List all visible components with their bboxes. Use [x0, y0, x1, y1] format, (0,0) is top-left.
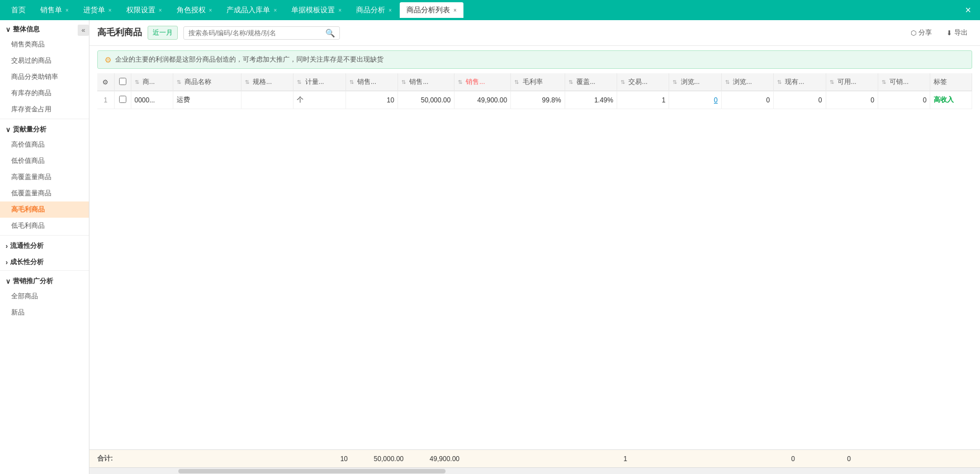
tab-commodity-analysis[interactable]: 商品分析 × — [349, 2, 399, 18]
col-unit-sort-icon: ⇅ — [297, 79, 301, 85]
col-available[interactable]: ⇅ 可用... — [826, 73, 878, 91]
search-box: 🔍 — [183, 26, 340, 40]
sidebar-item-traded-goods[interactable]: 交易过的商品 — [0, 53, 89, 69]
export-btn[interactable]: ⬇ 导出 — [942, 26, 972, 40]
table-row: 1 0000... 运费 — [97, 91, 972, 109]
tab-product-inbound-close[interactable]: × — [273, 7, 277, 13]
col-current[interactable]: ⇅ 现有... — [774, 73, 826, 91]
col-sales-profit[interactable]: ⇅ 销售... — [455, 73, 511, 91]
sidebar-item-stock-capital[interactable]: 库存资金占用 — [0, 101, 89, 118]
filter-last-month-btn[interactable]: 近一月 — [148, 26, 178, 40]
sidebar: « ∨ 整体信息 销售类商品 交易过的商品 商品分类助销率 有库存的商品 库存资… — [0, 20, 89, 474]
col-sales-amount[interactable]: ⇅ 销售... — [398, 73, 455, 91]
tab-purchase-label: 进货单 — [83, 5, 105, 15]
sidebar-item-high-margin[interactable]: 高毛利商品 — [0, 201, 89, 218]
col-name[interactable]: ⇅ 商品名称 — [173, 73, 242, 91]
col-saleable[interactable]: ⇅ 可销... — [878, 73, 930, 91]
table-container[interactable]: ⚙ ⇅ 商... ⇅ 商品名称 — [97, 73, 972, 449]
sidebar-item-high-value[interactable]: 高价值商品 — [0, 137, 89, 153]
tab-sales-close[interactable]: × — [65, 7, 69, 13]
footer-sales-amount: 50,000.00 — [359, 455, 404, 463]
col-checkbox[interactable] — [114, 73, 131, 91]
sidebar-group-growth-arrow: › — [6, 259, 8, 266]
sidebar-group-contribution[interactable]: ∨ 贡献量分析 — [0, 120, 89, 137]
sidebar-item-low-value[interactable]: 低价值商品 — [0, 153, 89, 169]
tab-template-close[interactable]: × — [338, 7, 342, 13]
tab-role-close[interactable]: × — [209, 7, 212, 13]
tab-product-inbound[interactable]: 产成品入库单 × — [220, 2, 283, 18]
col-trade-sort-icon: ⇅ — [621, 79, 625, 85]
sidebar-group-growth[interactable]: › 成长性分析 — [0, 253, 89, 269]
col-view1-sort-icon: ⇅ — [673, 79, 677, 85]
footer-current: 0 — [750, 455, 795, 463]
col-gross-rate[interactable]: ⇅ 毛利率 — [511, 73, 565, 91]
horizontal-scrollbar[interactable] — [89, 467, 980, 474]
col-name-sort-icon: ⇅ — [177, 79, 181, 85]
sidebar-group-liquidity[interactable]: › 流通性分析 — [0, 237, 89, 253]
tab-commodity-analysis-close[interactable]: × — [389, 7, 392, 13]
footer-available: 0 — [806, 455, 851, 463]
col-tag[interactable]: 标签 — [930, 73, 972, 91]
sidebar-collapse-btn[interactable]: « — [78, 25, 89, 36]
sidebar-group-marketing[interactable]: ∨ 营销推广分析 — [0, 272, 89, 288]
sidebar-group-marketing-label: 营销推广分析 — [13, 276, 53, 286]
tab-commodity-analysis-list-close[interactable]: × — [453, 7, 457, 13]
tab-permission-close[interactable]: × — [159, 7, 162, 13]
sidebar-item-sales-goods[interactable]: 销售类商品 — [0, 36, 89, 53]
sidebar-item-category-rate[interactable]: 商品分类助销率 — [0, 69, 89, 85]
col-saleable-sort-icon: ⇅ — [882, 79, 886, 85]
sidebar-item-in-stock[interactable]: 有库存的商品 — [0, 85, 89, 101]
search-input[interactable] — [188, 29, 322, 37]
col-view1[interactable]: ⇅ 浏览... — [669, 73, 721, 91]
tab-purchase-close[interactable]: × — [108, 7, 112, 13]
cell-name: 运费 — [173, 91, 242, 109]
cell-sales-qty: 10 — [345, 91, 397, 109]
window-close-button[interactable]: × — [960, 4, 976, 16]
tab-sales[interactable]: 销售单 × — [34, 2, 75, 18]
col-sales-qty[interactable]: ⇅ 销售... — [345, 73, 397, 91]
col-coverage[interactable]: ⇅ 覆盖... — [565, 73, 617, 91]
sidebar-item-high-coverage[interactable]: 高覆盖量商品 — [0, 169, 89, 185]
scrollbar-thumb[interactable] — [178, 469, 446, 473]
sidebar-item-low-margin[interactable]: 低毛利商品 — [0, 218, 89, 234]
cell-coverage: 1.49% — [565, 91, 617, 109]
col-sales-amount-sort-icon: ⇅ — [401, 79, 406, 85]
col-spec-sort-icon: ⇅ — [245, 79, 249, 85]
cell-view1[interactable]: 0 — [669, 91, 721, 109]
sidebar-item-low-coverage[interactable]: 低覆盖量商品 — [0, 185, 89, 201]
tab-product-inbound-label: 产成品入库单 — [226, 5, 270, 15]
col-spec[interactable]: ⇅ 规格... — [241, 73, 293, 91]
cell-current: 0 — [774, 91, 826, 109]
tab-home[interactable]: 首页 — [4, 2, 32, 18]
row-checkbox-cell[interactable] — [114, 91, 131, 109]
tab-permission[interactable]: 权限设置 × — [120, 2, 169, 18]
settings-icon[interactable]: ⚙ — [102, 78, 108, 86]
tab-role[interactable]: 角色授权 × — [170, 2, 219, 18]
search-icon[interactable]: 🔍 — [325, 29, 335, 37]
sidebar-item-new-goods[interactable]: 新品 — [0, 304, 89, 321]
col-sort-icon: ⇅ — [135, 79, 139, 85]
tab-sales-label: 销售单 — [40, 5, 62, 15]
col-sales-qty-sort-icon: ⇅ — [349, 79, 354, 85]
col-gross-rate-sort-icon: ⇅ — [514, 79, 519, 85]
sidebar-group-overall[interactable]: ∨ 整体信息 — [0, 20, 89, 36]
cell-code[interactable]: 0000... — [131, 91, 173, 109]
cell-view2: 0 — [721, 91, 773, 109]
tab-template[interactable]: 单据模板设置 × — [285, 2, 348, 18]
col-settings[interactable]: ⚙ — [97, 73, 114, 91]
tab-commodity-analysis-list[interactable]: 商品分析列表 × — [400, 2, 463, 18]
col-view2[interactable]: ⇅ 浏览... — [721, 73, 773, 91]
col-unit[interactable]: ⇅ 计量... — [293, 73, 345, 91]
row-checkbox[interactable] — [119, 96, 126, 103]
col-code[interactable]: ⇅ 商... — [131, 73, 173, 91]
sidebar-group-liquidity-arrow: › — [6, 242, 8, 250]
col-trade[interactable]: ⇅ 交易... — [617, 73, 669, 91]
select-all-checkbox[interactable] — [119, 78, 126, 85]
share-btn[interactable]: ⬡ 分享 — [906, 26, 936, 40]
sidebar-item-all-goods[interactable]: 全部商品 — [0, 288, 89, 304]
share-icon: ⬡ — [911, 29, 916, 37]
cell-gross-rate: 99.8% — [511, 91, 565, 109]
tab-purchase[interactable]: 进货单 × — [77, 2, 119, 18]
cell-unit: 个 — [293, 91, 345, 109]
col-coverage-sort-icon: ⇅ — [569, 79, 573, 85]
